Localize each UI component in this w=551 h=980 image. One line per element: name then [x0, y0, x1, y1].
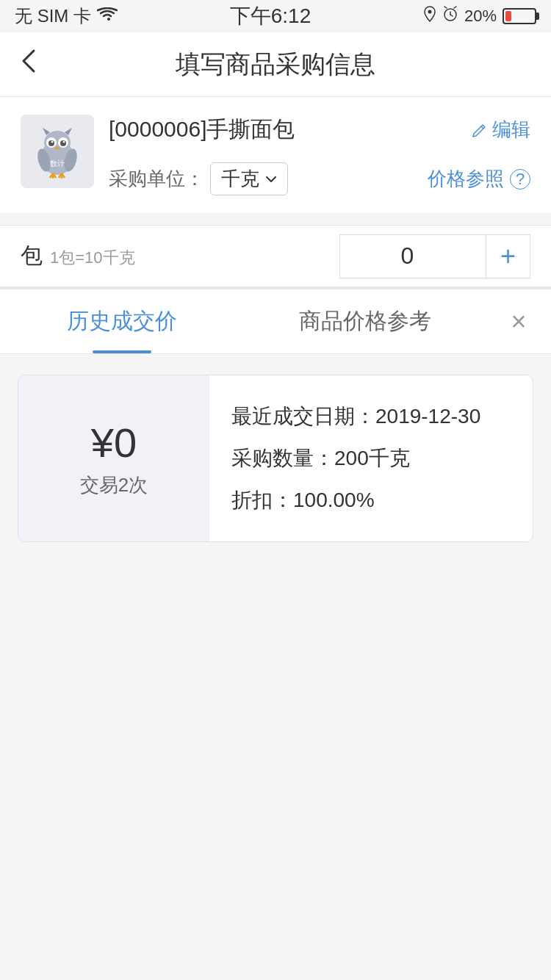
product-logo: 数计: [28, 122, 87, 181]
unit-select[interactable]: 千克: [210, 162, 288, 195]
help-icon: ?: [510, 169, 530, 190]
price-recent-date: 最近成交日期：2019-12-30: [231, 402, 511, 430]
quantity-input[interactable]: [339, 234, 486, 278]
tab-bar: 历史成交价 商品价格参考 ×: [0, 289, 551, 354]
price-left: ¥0 交易2次: [18, 375, 209, 541]
status-time: 下午6:12: [230, 2, 311, 30]
alarm-icon: [442, 6, 458, 26]
chevron-down-icon: [265, 175, 277, 184]
svg-line-27: [481, 126, 483, 129]
price-amount: ¥0: [91, 419, 137, 466]
quantity-label-group: 包 1包=10千克: [21, 241, 135, 271]
page-title: 填写商品采购信息: [176, 48, 375, 82]
product-card: 数计 [0000006]手撕面包 编辑 采购单位： 千克: [0, 97, 551, 213]
price-discount: 折扣：100.00%: [231, 486, 511, 514]
history-container: ¥0 交易2次 最近成交日期：2019-12-30 采购数量：200千克 折扣：…: [0, 354, 551, 563]
svg-text:数计: 数计: [50, 159, 65, 167]
status-left: 无 SIM 卡: [15, 4, 118, 28]
quantity-control: +: [339, 234, 530, 278]
edit-button[interactable]: 编辑: [472, 117, 530, 143]
status-bar: 无 SIM 卡 下午6:12 20: [0, 0, 551, 32]
quantity-plus-button[interactable]: +: [486, 234, 530, 278]
svg-line-4: [444, 7, 447, 8]
tab-close-button[interactable]: ×: [486, 289, 551, 354]
quantity-conversion-label: 1包=10千克: [50, 247, 135, 269]
unit-label: 采购单位：: [109, 166, 204, 192]
tab-market[interactable]: 商品价格参考: [243, 289, 486, 353]
product-name: [0000006]手撕面包: [109, 115, 295, 145]
quantity-section: 包 1包=10千克 +: [0, 225, 551, 289]
tab-history-label: 历史成交价: [67, 306, 177, 336]
edit-icon: [472, 122, 488, 138]
tab-history-underline: [93, 350, 151, 353]
svg-point-16: [63, 141, 65, 143]
sim-text: 无 SIM 卡: [15, 4, 91, 28]
location-icon: [423, 6, 436, 26]
product-info: [0000006]手撕面包 编辑 采购单位： 千克: [109, 115, 530, 195]
price-ref-button[interactable]: 价格参照 ?: [428, 166, 530, 192]
tab-history[interactable]: 历史成交价: [0, 289, 243, 353]
price-quantity: 采购数量：200千克: [231, 444, 511, 472]
back-button[interactable]: [21, 48, 37, 81]
main-content: ¥0 交易2次 最近成交日期：2019-12-30 采购数量：200千克 折扣：…: [0, 354, 551, 868]
svg-point-0: [428, 10, 431, 14]
status-right: 20%: [423, 6, 536, 26]
battery-icon: [503, 8, 536, 24]
price-trades: 交易2次: [80, 472, 148, 498]
svg-point-15: [51, 141, 54, 143]
price-card: ¥0 交易2次 最近成交日期：2019-12-30 采购数量：200千克 折扣：…: [18, 375, 533, 542]
product-image: 数计: [21, 115, 94, 188]
nav-bar: 填写商品采购信息: [0, 32, 551, 97]
svg-line-3: [450, 15, 453, 16]
battery-text: 20%: [464, 7, 497, 26]
price-right: 最近成交日期：2019-12-30 采购数量：200千克 折扣：100.00%: [209, 375, 533, 541]
tab-market-label: 商品价格参考: [299, 306, 431, 336]
svg-line-5: [454, 7, 456, 8]
wifi-icon: [97, 6, 118, 26]
quantity-unit-label: 包: [21, 241, 43, 271]
